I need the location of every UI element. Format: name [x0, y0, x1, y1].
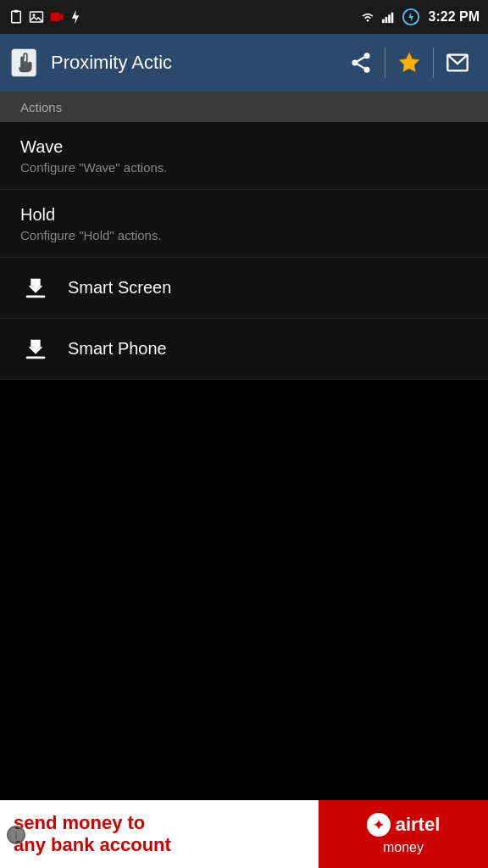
section-header-label: Actions [20, 100, 62, 114]
video-icon [49, 9, 64, 25]
email-button[interactable] [434, 39, 481, 86]
smart-screen-item[interactable]: Smart Screen [0, 258, 488, 319]
smart-screen-title: Smart Screen [68, 278, 171, 298]
svg-line-15 [358, 58, 364, 62]
svg-rect-18 [26, 356, 46, 359]
airtel-product-name: money [383, 840, 424, 855]
svg-rect-4 [51, 13, 60, 22]
svg-rect-0 [12, 11, 21, 23]
wave-title: Wave [20, 137, 168, 157]
ad-text: send money toany bank account [14, 812, 171, 857]
status-right: 3:22 PM [359, 8, 480, 26]
image-icon [29, 9, 44, 25]
smart-phone-item[interactable]: Smart Phone [0, 319, 488, 380]
svg-rect-5 [382, 19, 385, 23]
clipboard-icon [8, 9, 24, 25]
airtel-logo: ✦ airtel [367, 813, 441, 837]
svg-point-13 [364, 67, 370, 73]
wifi-icon [359, 10, 376, 24]
ad-banner[interactable]: send money toany bank account ✦ airtel m… [0, 800, 488, 868]
battery-icon [402, 8, 420, 26]
section-header: Actions [0, 92, 488, 122]
svg-point-11 [364, 53, 370, 58]
svg-line-14 [358, 64, 364, 69]
svg-point-3 [33, 14, 36, 16]
status-icons [8, 9, 81, 25]
airtel-symbol: ✦ [367, 813, 391, 837]
status-time: 3:22 PM [429, 9, 480, 25]
download-icon-screen [20, 273, 51, 303]
hold-content: Hold Configure "Hold" actions. [20, 205, 162, 242]
signal-icon [381, 10, 396, 24]
app-bar: Proximity Actic [0, 34, 488, 92]
airtel-brand-name: airtel [396, 814, 441, 836]
svg-rect-6 [385, 17, 387, 23]
svg-point-12 [352, 60, 358, 66]
hold-subtitle: Configure "Hold" actions. [20, 228, 162, 242]
app-icon [7, 44, 44, 81]
app-title: Proximity Actic [51, 52, 330, 74]
svg-rect-8 [391, 13, 393, 23]
ad-right-section: ✦ airtel money [319, 800, 488, 868]
lightning-icon [69, 9, 81, 25]
wave-content: Wave Configure "Wave" actions. [20, 137, 168, 175]
smart-phone-title: Smart Phone [68, 339, 167, 359]
main-content [0, 380, 488, 800]
wave-subtitle: Configure "Wave" actions. [20, 160, 168, 175]
hold-title: Hold [20, 205, 162, 225]
app-bar-actions [337, 39, 481, 86]
status-bar: 3:22 PM [0, 0, 488, 34]
share-button[interactable] [337, 39, 385, 86]
ad-left-section: send money toany bank account [0, 800, 319, 868]
favorite-button[interactable] [385, 39, 433, 86]
download-icon-phone [20, 334, 51, 364]
hold-list-item[interactable]: Hold Configure "Hold" actions. [0, 190, 488, 258]
svg-rect-7 [388, 14, 391, 23]
svg-rect-17 [26, 295, 46, 298]
wave-list-item[interactable]: Wave Configure "Wave" actions. [0, 122, 488, 190]
svg-rect-1 [14, 10, 19, 13]
ad-info-icon[interactable]: i [7, 826, 25, 844]
